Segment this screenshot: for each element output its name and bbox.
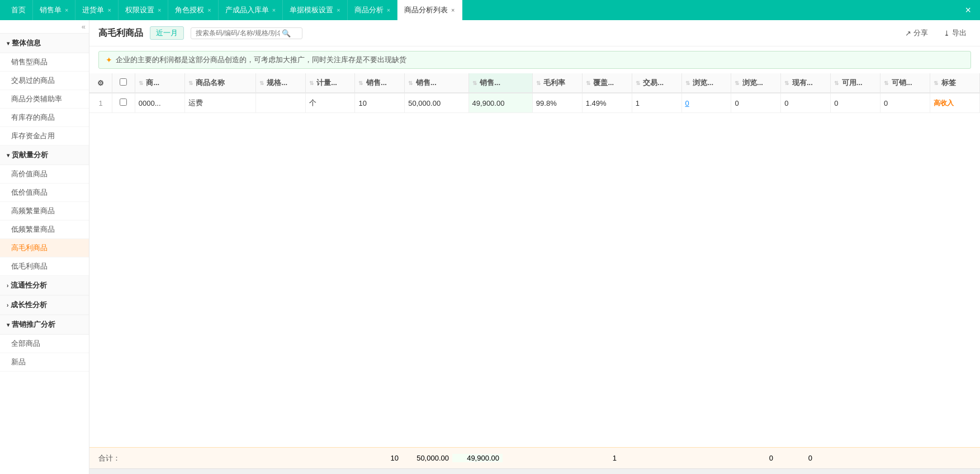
col-tag[interactable]: ⇅ 标签 <box>930 73 979 93</box>
row-browse1-value[interactable]: 0 <box>685 99 689 107</box>
col-spec[interactable]: ⇅ 规格... <box>255 73 305 93</box>
col-sales-qty-label: 销售... <box>366 78 387 87</box>
sidebar-item-all-goods-label: 全部商品 <box>11 339 40 348</box>
row-trade: 1 <box>632 93 681 113</box>
sidebar-item-high-margin-label: 高毛利商品 <box>11 243 48 252</box>
nav-tab-analysis-list-label: 商品分析列表 <box>404 5 448 15</box>
col-browse2[interactable]: ⇅ 浏览... <box>731 73 781 93</box>
search-input[interactable] <box>196 29 280 37</box>
col-sellable[interactable]: ⇅ 可销... <box>880 73 930 93</box>
col-unit[interactable]: ⇅ 计量... <box>305 73 355 93</box>
col-available[interactable]: ⇅ 可用... <box>831 73 880 93</box>
table-header-row: ⚙ ⇅ 商... ⇅ 商品名称 <box>89 73 980 93</box>
sidebar-section-financial[interactable]: ▾ 贡献量分析 <box>0 146 89 165</box>
select-all-checkbox[interactable] <box>120 78 127 86</box>
col-trade[interactable]: ⇅ 交易... <box>632 73 681 93</box>
nav-tab-analysis-list-close[interactable]: × <box>451 7 455 13</box>
nav-tab-analysis-list[interactable]: 商品分析列表 × <box>397 0 462 20</box>
row-unit: 个 <box>305 93 355 113</box>
sidebar-item-high-freq[interactable]: 高频繁量商品 <box>0 202 89 220</box>
sidebar-item-stock-capital[interactable]: 库存资金占用 <box>0 127 89 146</box>
sidebar-item-low-margin[interactable]: 低毛利商品 <box>0 257 89 276</box>
nav-tab-home[interactable]: 首页 <box>4 0 33 20</box>
sidebar-item-analysis-assist-label: 商品分类辅助率 <box>11 95 62 103</box>
search-icon[interactable]: 🔍 <box>282 29 291 37</box>
col-browse1[interactable]: ⇅ 浏览... <box>681 73 731 93</box>
row-sales-cost: 49,900.00 <box>468 93 532 113</box>
horizontal-scrollbar[interactable] <box>89 468 980 474</box>
share-button[interactable]: ↗ 分享 <box>901 26 932 40</box>
export-button[interactable]: ⤓ 导出 <box>939 26 971 40</box>
nav-tab-templates-close[interactable]: × <box>337 7 340 13</box>
table-row: 1 0000... 运费 个 <box>89 93 980 113</box>
share-icon: ↗ <box>905 29 911 37</box>
nav-tab-sales[interactable]: 销售单 × <box>33 0 75 20</box>
col-cover[interactable]: ⇅ 覆盖... <box>582 73 632 93</box>
sidebar-collapse-button[interactable]: « <box>0 20 89 34</box>
nav-tab-sales-close[interactable]: × <box>65 7 68 13</box>
nav-tab-roles[interactable]: 角色授权 × <box>168 0 218 20</box>
col-checkbox <box>112 73 135 93</box>
nav-tab-analysis[interactable]: 商品分析 × <box>348 0 397 20</box>
nav-tab-products-in-close[interactable]: × <box>272 7 276 13</box>
nav-tab-products-in[interactable]: 产成品入库单 × <box>219 0 283 20</box>
sort-icon-8: ⇅ <box>536 80 541 86</box>
sidebar-item-high-margin[interactable]: 高毛利商品 <box>0 239 89 257</box>
info-banner-text: 企业的主要的利润都是这部分商品创造的，可考虑加大推广，同时关注库存是不要出现缺货 <box>116 55 406 65</box>
nav-tab-templates[interactable]: 单据模板设置 × <box>283 0 347 20</box>
sidebar-item-all-goods[interactable]: 全部商品 <box>0 335 89 353</box>
row-browse2: 0 <box>731 93 781 113</box>
sidebar-item-traded-goods[interactable]: 交易过的商品 <box>0 72 89 90</box>
col-in-stock[interactable]: ⇅ 现有... <box>781 73 831 93</box>
nav-tab-permissions[interactable]: 权限设置 × <box>119 0 168 20</box>
nav-tab-permissions-close[interactable]: × <box>158 7 161 13</box>
sidebar-section-marketing[interactable]: ▾ 营销推广分析 <box>0 315 89 335</box>
sort-icon-2: ⇅ <box>188 80 193 86</box>
sidebar-item-sales-goods[interactable]: 销售型商品 <box>0 53 89 72</box>
sidebar-item-low-margin-label: 低毛利商品 <box>11 262 48 270</box>
sidebar-item-new-goods[interactable]: 新品 <box>0 353 89 372</box>
row-checkbox[interactable] <box>120 98 127 106</box>
sidebar-item-analysis-assist[interactable]: 商品分类辅助率 <box>0 90 89 109</box>
sort-icon-12: ⇅ <box>735 80 739 86</box>
row-number: 1 <box>89 93 112 113</box>
col-name[interactable]: ⇅ 商品名称 <box>184 73 255 93</box>
sidebar-item-low-value[interactable]: 低价值商品 <box>0 184 89 202</box>
close-all-button[interactable]: × <box>960 4 976 16</box>
col-code[interactable]: ⇅ 商... <box>135 73 184 93</box>
sidebar-section-growth[interactable]: › 成长性分析 <box>0 295 89 315</box>
sidebar-item-high-value[interactable]: 高价值商品 <box>0 165 89 184</box>
share-label: 分享 <box>913 28 928 38</box>
col-sales-qty[interactable]: ⇅ 销售... <box>355 73 405 93</box>
nav-tab-roles-label: 角色授权 <box>175 5 204 15</box>
row-in-stock-value: 0 <box>784 99 788 107</box>
row-cover-value: 1.49% <box>586 99 607 107</box>
sort-icon-5: ⇅ <box>358 80 363 86</box>
col-settings[interactable]: ⚙ <box>89 73 112 93</box>
sidebar-item-in-stock-goods[interactable]: 有库存的商品 <box>0 109 89 127</box>
filter-recent-month-button[interactable]: 近一月 <box>150 26 184 40</box>
col-sales-cost[interactable]: ⇅ 销售... <box>468 73 532 93</box>
nav-tab-purchase-close[interactable]: × <box>107 7 111 13</box>
col-margin-rate[interactable]: ⇅ 毛利率 <box>532 73 582 93</box>
arrow-right-icon: › <box>7 283 8 289</box>
sidebar-section-overall[interactable]: ▾ 整体信息 <box>0 34 89 53</box>
col-margin-rate-label: 毛利率 <box>543 78 565 87</box>
info-banner: ✦ 企业的主要的利润都是这部分商品创造的，可考虑加大推广，同时关注库存是不要出现… <box>98 51 971 69</box>
sort-icon-11: ⇅ <box>685 80 690 86</box>
row-name-value: 运费 <box>188 98 203 107</box>
col-in-stock-label: 现有... <box>792 78 813 87</box>
col-sales-amount[interactable]: ⇅ 销售... <box>405 73 468 93</box>
content-area: 高毛利商品 近一月 🔍 ↗ 分享 ⤓ 导出 ✦ 企业的主要的利润都是这部分商品创… <box>89 20 980 474</box>
row-unit-value: 个 <box>309 98 316 107</box>
nav-tab-roles-close[interactable]: × <box>207 7 211 13</box>
nav-tab-purchase[interactable]: 进货单 × <box>75 0 118 20</box>
nav-tab-analysis-close[interactable]: × <box>387 7 390 13</box>
col-unit-label: 计量... <box>316 78 337 87</box>
row-browse1: 0 <box>681 93 731 113</box>
row-sales-amount-value: 50,000.00 <box>408 99 441 107</box>
col-sellable-label: 可销... <box>892 78 912 87</box>
sidebar-section-flow[interactable]: › 流通性分析 <box>0 276 89 295</box>
sidebar-item-low-freq[interactable]: 低频繁量商品 <box>0 220 89 239</box>
row-spec <box>255 93 305 113</box>
